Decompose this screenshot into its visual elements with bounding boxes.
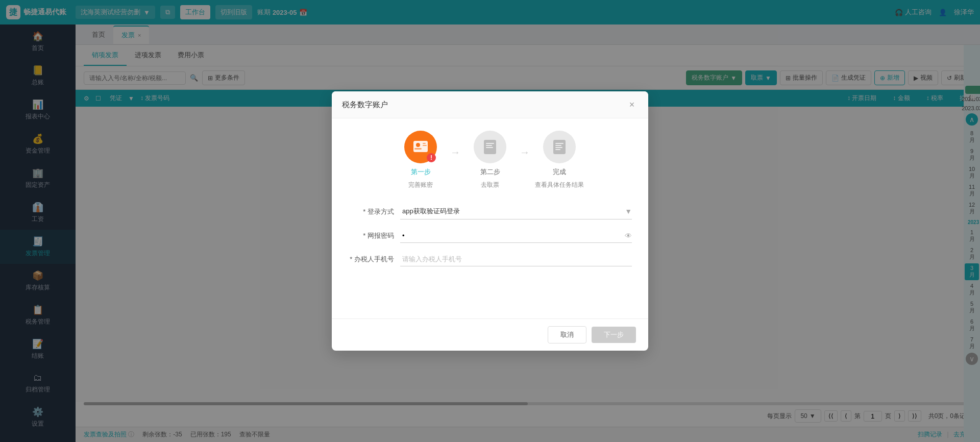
step3-sublabel: 查看具体任务结果 bbox=[535, 181, 584, 189]
svg-rect-8 bbox=[486, 147, 493, 148]
modal-title: 税务数字账户 bbox=[342, 100, 388, 110]
form-spacer bbox=[348, 276, 632, 306]
svg-rect-11 bbox=[555, 145, 561, 146]
step1-sublabel: 完善账密 bbox=[408, 181, 433, 189]
step1-error-badge: ! bbox=[427, 153, 436, 162]
modal-body: ! 第一步 完善账密 → 第 bbox=[332, 118, 648, 318]
modal-overlay: 税务数字账户 × ! bbox=[0, 0, 980, 442]
modal-close-btn[interactable]: × bbox=[626, 99, 638, 111]
svg-rect-10 bbox=[555, 143, 564, 144]
phone-input[interactable] bbox=[400, 252, 632, 266]
password-label: * 网报密码 bbox=[348, 231, 394, 240]
step2-label: 第二步 bbox=[480, 167, 500, 177]
step-1: ! 第一步 完善账密 bbox=[395, 131, 446, 189]
svg-point-1 bbox=[416, 143, 420, 147]
login-method-value: app获取验证码登录 bbox=[400, 204, 625, 219]
modal-footer: 取消 下一步 bbox=[332, 318, 648, 351]
svg-rect-12 bbox=[555, 147, 562, 148]
select-arrow-icon: ▼ bbox=[625, 207, 632, 215]
step1-icon: ! bbox=[404, 131, 437, 163]
svg-rect-7 bbox=[486, 145, 492, 146]
step1-label: 第一步 bbox=[411, 167, 431, 177]
svg-rect-6 bbox=[486, 143, 494, 144]
arrow-1-2: → bbox=[450, 146, 460, 158]
phone-row: * 办税人手机号 bbox=[348, 252, 632, 266]
tax-account-modal: 税务数字账户 × ! bbox=[332, 91, 648, 351]
login-method-row: * 登录方式 app获取验证码登录 ▼ bbox=[348, 204, 632, 219]
cancel-button[interactable]: 取消 bbox=[548, 326, 586, 343]
svg-rect-3 bbox=[423, 143, 426, 144]
step-3: 完成 查看具体任务结果 bbox=[534, 131, 585, 189]
modal-header: 税务数字账户 × bbox=[332, 91, 648, 118]
svg-rect-0 bbox=[413, 141, 428, 152]
password-input[interactable] bbox=[400, 229, 625, 242]
password-toggle-icon[interactable]: 👁 bbox=[625, 232, 632, 240]
step2-icon bbox=[474, 131, 506, 163]
steps-row: ! 第一步 完善账密 → 第 bbox=[348, 131, 632, 189]
step2-sublabel: 去取票 bbox=[481, 181, 499, 189]
login-method-select[interactable]: app获取验证码登录 ▼ bbox=[400, 204, 632, 219]
svg-rect-13 bbox=[555, 149, 560, 150]
phone-label: * 办税人手机号 bbox=[348, 255, 394, 264]
svg-rect-4 bbox=[423, 145, 427, 146]
password-field: 👁 bbox=[400, 229, 632, 243]
step-2: 第二步 去取票 bbox=[464, 131, 516, 189]
next-button[interactable]: 下一步 bbox=[592, 327, 636, 343]
svg-rect-2 bbox=[414, 148, 422, 150]
arrow-2-3: → bbox=[520, 146, 530, 158]
step3-label: 完成 bbox=[553, 167, 566, 177]
password-row: * 网报密码 👁 bbox=[348, 229, 632, 243]
step3-icon bbox=[543, 131, 576, 163]
login-method-label: * 登录方式 bbox=[348, 207, 394, 216]
